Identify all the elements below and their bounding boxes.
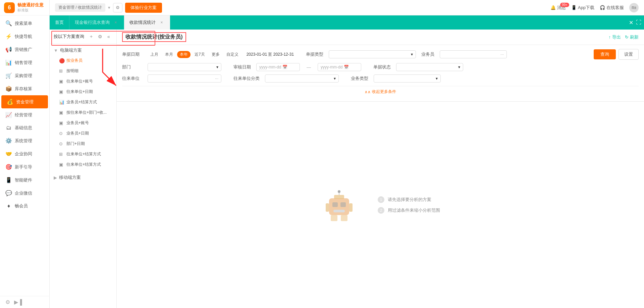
sidebar-item-member[interactable]: ♦ 畅会员 <box>0 200 49 212</box>
sidebar-item-marketing[interactable]: 📢 营销推广 <box>0 43 49 56</box>
sidebar-item-finance[interactable]: 💰 资金管理 <box>1 95 48 108</box>
review-date-label: 审核日期 <box>233 64 251 70</box>
sidebar-item-operation[interactable]: 📈 经营管理 <box>0 108 49 121</box>
purchase-icon: 🛒 <box>5 72 12 79</box>
partner-select[interactable]: ··· <box>148 74 221 83</box>
svg-rect-3 <box>333 210 345 212</box>
date-tab-this-month[interactable]: 本月 <box>162 51 176 58</box>
scheme-item-salesman-date[interactable]: ⊙ 业务员+日期 <box>50 128 116 139</box>
panel-collapse-button[interactable]: « <box>105 33 112 40</box>
scheme-item-dept-date[interactable]: ⊙ 部门+日期 <box>50 139 116 149</box>
online-service-button[interactable]: 🎧 在线客服 <box>600 5 624 11</box>
sidebar: 6 畅捷通好生意 标准版 🔍 搜索菜单 ⚡ 快捷导航 📢 营销推广 📊 销售管理… <box>0 0 50 308</box>
sidebar-item-hardware[interactable]: 📱 智能硬件 <box>0 173 49 187</box>
app-edition: 标准版 <box>17 8 44 13</box>
partner-category-select[interactable]: ▾ <box>265 74 339 83</box>
date-separator: — <box>305 65 312 70</box>
sidebar-item-search[interactable]: 🔍 搜索菜单 <box>0 17 49 30</box>
trial-button[interactable]: 体验行业方案 <box>125 3 162 13</box>
sidebar-item-purchase[interactable]: 🛒 采购管理 <box>0 69 49 82</box>
marketing-icon: 📢 <box>5 46 12 53</box>
tab-bank-close[interactable]: × <box>113 20 118 25</box>
messages-button[interactable]: 🔔 消息 99+ <box>550 5 566 11</box>
wechat-icon: 💬 <box>5 190 12 196</box>
date-range-text: 2023-01-01 至 2023-12-31 <box>247 52 294 57</box>
main-content: 按以下方案查询 ＋ ⚙ « ▼ 电脑端方案 🔴 按业务员 <box>50 30 644 308</box>
settings-button[interactable]: 设置 <box>619 49 639 60</box>
collapse-filter-button[interactable]: ∧∧ 收起更多条件 <box>122 86 639 97</box>
sidebar-settings-icon[interactable]: ⚙ <box>5 299 10 305</box>
filter-row-2: 部门 ▾ 审核日期 yyyy-mm-dd 📅 — yyyy-mm-dd 📅 单据… <box>122 63 639 71</box>
business-type-select[interactable]: ▾ <box>374 74 441 83</box>
tab-receipt-close[interactable]: × <box>159 20 164 25</box>
voucher-type-label: 单据类型 <box>306 51 323 57</box>
header-nav-area: 资金管理 / 收款情况统计 ▾ ⚙ 体验行业方案 <box>55 3 550 13</box>
scheme-item-partner-settle1[interactable]: ⊞ 往来单位+结算方式 <box>50 149 116 159</box>
business-type-dropdown-icon: ▾ <box>436 76 438 81</box>
scheme-item-salesman-settle[interactable]: 📊 业务员+结算方式 <box>50 97 116 107</box>
add-scheme-button[interactable]: ＋ <box>88 33 95 40</box>
mobile-scheme-group-header[interactable]: ▶ 移动端方案 <box>50 172 116 183</box>
export-icon: ↑ <box>609 35 611 40</box>
sidebar-item-quick[interactable]: ⚡ 快捷导航 <box>0 30 49 43</box>
desktop-scheme-group-header[interactable]: ▼ 电脑端方案 <box>50 45 116 55</box>
sidebar-item-inventory[interactable]: 📦 库存核算 <box>0 82 49 95</box>
date-tab-custom[interactable]: 自定义 <box>224 51 241 58</box>
review-date-start[interactable]: yyyy-mm-dd 📅 <box>256 63 300 71</box>
panel-header-actions: ＋ ⚙ « <box>88 33 112 40</box>
scheme-settings-button[interactable]: ⚙ <box>96 33 104 40</box>
status-select[interactable]: ▾ <box>396 63 463 71</box>
header-settings-button[interactable]: ⚙ <box>113 3 122 12</box>
header-breadcrumb: 资金管理 / 收款情况统计 <box>55 3 105 12</box>
sidebar-item-sales[interactable]: 📊 销售管理 <box>0 56 49 69</box>
search-icon: 🔍 <box>5 20 12 27</box>
scheme-item-by-salesman[interactable]: 🔴 按业务员 <box>50 55 116 66</box>
salesman-select[interactable]: ··· <box>440 50 507 58</box>
tab-fullscreen-icon[interactable]: ⛶ <box>636 19 641 25</box>
date-tab-last-month[interactable]: 上月 <box>148 51 161 58</box>
tab-bank[interactable]: 现金银行流水查询 × <box>69 15 124 30</box>
scheme-item-partner-settle2[interactable]: ▣ 往来单位+结算方式 <box>50 159 116 170</box>
left-panel: 按以下方案查询 ＋ ⚙ « ▼ 电脑端方案 🔴 按业务员 <box>50 30 117 308</box>
tab-home[interactable]: 首页 <box>50 15 69 30</box>
sidebar-item-guide[interactable]: 🎯 新手引导 <box>0 160 49 173</box>
refresh-button[interactable]: ↻ 刷新 <box>625 34 639 40</box>
operation-icon: 📈 <box>5 112 12 118</box>
date-tab-this-year[interactable]: 本年 <box>177 51 191 58</box>
user-avatar[interactable]: Rit <box>629 3 639 12</box>
sidebar-item-enterprise[interactable]: 🤝 企业协同 <box>0 147 49 160</box>
date-tabs: 上月 本月 本年 近7天 更多 自定义 <box>148 51 241 58</box>
mobile-scheme-group: ▶ 移动端方案 <box>50 171 116 184</box>
date-tab-last7[interactable]: 近7天 <box>192 51 208 58</box>
svg-rect-1 <box>332 202 338 207</box>
tab-receipt[interactable]: 收款情况统计 × <box>124 15 170 30</box>
sidebar-menu: 🔍 搜索菜单 ⚡ 快捷导航 📢 营销推广 📊 销售管理 🛒 采购管理 📦 库存核… <box>0 15 49 296</box>
scheme-item-partner-date[interactable]: ▣ 往来单位+日期 <box>50 87 116 97</box>
export-button[interactable]: ↑ 导出 <box>609 34 621 40</box>
tab-close-window-icon[interactable]: ✕ <box>629 19 633 26</box>
breadcrumb-dropdown-icon[interactable]: ▾ <box>108 5 110 10</box>
query-button[interactable]: 查询 <box>594 49 616 59</box>
enterprise-icon: 🤝 <box>5 151 12 157</box>
left-panel-header: 按以下方案查询 ＋ ⚙ « <box>50 30 116 44</box>
business-type-label: 业务类型 <box>351 75 368 82</box>
scheme-item-partner-account[interactable]: ▣ 往来单位+账号 <box>50 76 116 87</box>
voucher-type-select[interactable]: ▾ <box>329 50 416 58</box>
sidebar-item-wechat[interactable]: 💬 企业微信 <box>0 187 49 200</box>
dept-dropdown-icon: ▾ <box>216 65 218 69</box>
calendar-icon-2: 📅 <box>344 65 349 69</box>
sidebar-item-basic[interactable]: 🗂 基础信息 <box>0 121 49 134</box>
sidebar-bottom: ⚙ ▶▐ <box>0 296 49 308</box>
scheme-item-salesman-account[interactable]: ▣ 业务员+账号 <box>50 118 116 128</box>
hardware-icon: 📱 <box>5 177 12 183</box>
app-download-button[interactable]: 📱 App下载 <box>571 5 594 11</box>
scheme-item-partner-dept-recv[interactable]: ▣ 按往来单位+部门+收... <box>50 107 116 118</box>
review-date-end[interactable]: yyyy-mm-dd 📅 <box>318 63 361 71</box>
scheme-item-by-detail[interactable]: ⊞ 按明细 <box>50 66 116 76</box>
sidebar-item-system[interactable]: ⚙️ 系统管理 <box>0 134 49 147</box>
top-header: 资金管理 / 收款情况统计 ▾ ⚙ 体验行业方案 🔔 消息 99+ 📱 App下… <box>50 0 644 15</box>
dept-select[interactable]: ▾ <box>148 63 221 71</box>
sidebar-collapse-icon[interactable]: ▶▐ <box>14 299 22 305</box>
date-tab-more[interactable]: 更多 <box>209 51 222 58</box>
partner-category-label: 往来单位分类 <box>233 75 260 82</box>
